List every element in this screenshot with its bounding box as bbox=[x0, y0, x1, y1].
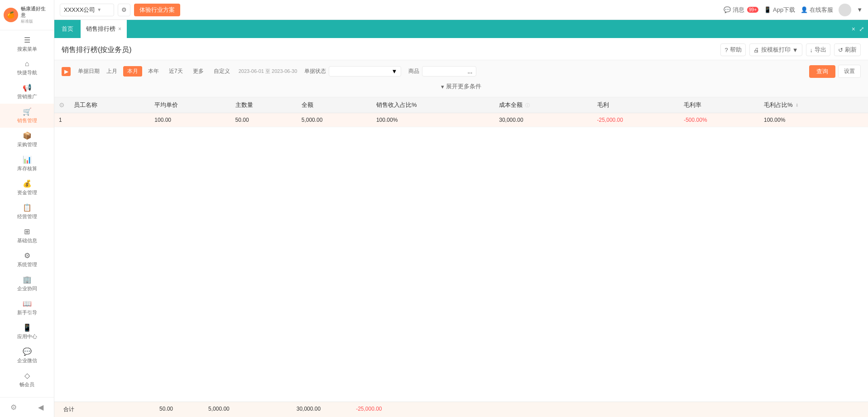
guide-icon: 📖 bbox=[23, 299, 32, 308]
date-cur-year[interactable]: 本年 bbox=[144, 66, 163, 77]
settings-button[interactable]: ⚙ bbox=[118, 4, 130, 16]
user-avatar[interactable] bbox=[839, 4, 851, 16]
message-button[interactable]: 💬 消息 99+ bbox=[724, 6, 758, 14]
goods-filter: 商品 ... bbox=[408, 66, 476, 77]
help-button[interactable]: ? 帮助 bbox=[720, 43, 745, 56]
th-avg-price-label: 平均单价 bbox=[154, 101, 178, 108]
sidebar-bottom: ⚙ ◀ bbox=[0, 397, 54, 417]
tabbar: 首页 销售排行榜 × × ⤢ bbox=[54, 20, 868, 38]
window-close-icon[interactable]: × bbox=[852, 25, 855, 33]
cell-name bbox=[69, 113, 150, 127]
refresh-icon: ↺ bbox=[838, 47, 843, 53]
topbar: XXXXX公司 ▼ ⚙ 体验行业方案 💬 消息 99+ 📱 App下载 👤 在线… bbox=[54, 0, 868, 20]
sidebar-item-operations[interactable]: 📋 经营管理 bbox=[0, 200, 54, 224]
cell-qty: 50.00 bbox=[231, 113, 297, 127]
date-custom[interactable]: 自定义 bbox=[210, 66, 234, 77]
sidebar-label-apps: 应用中心 bbox=[17, 333, 37, 340]
goods-label: 商品 bbox=[408, 67, 419, 75]
sidebar-collapse-button[interactable]: ◀ bbox=[34, 401, 47, 413]
trial-button[interactable]: 体验行业方案 bbox=[134, 4, 180, 16]
cell-rank: 1 bbox=[54, 113, 69, 127]
goods-input[interactable]: ... bbox=[422, 66, 476, 77]
column-settings-icon[interactable]: ⚙ bbox=[59, 101, 65, 109]
th-cost-label: 成本全额 bbox=[499, 101, 523, 108]
footer-label: 合计 bbox=[59, 406, 79, 413]
logo-line1: 畅康通好生意 bbox=[21, 5, 50, 19]
sidebar-item-marketing[interactable]: 📢 营销推广 bbox=[0, 80, 54, 104]
date-7days[interactable]: 近7天 bbox=[165, 66, 187, 77]
message-badge: 99+ bbox=[747, 7, 758, 13]
sidebar-settings-button[interactable]: ⚙ bbox=[7, 401, 20, 413]
query-button[interactable]: 查询 bbox=[809, 65, 835, 78]
expand-more-button[interactable]: ▾ 展开更多条件 bbox=[62, 81, 861, 92]
sidebar-item-search[interactable]: ☰ 搜索菜单 bbox=[0, 32, 54, 56]
online-service-button[interactable]: 👤 在线客服 bbox=[801, 6, 833, 14]
status-filter: 单据状态 ▼ bbox=[304, 66, 401, 77]
user-name[interactable]: ▼ bbox=[857, 6, 863, 13]
app-download-button[interactable]: 📱 App下载 bbox=[764, 6, 795, 14]
th-amount-label: 全额 bbox=[302, 101, 313, 108]
sidebar-item-finance[interactable]: 💰 资金管理 bbox=[0, 176, 54, 200]
export-button[interactable]: ↓ 导出 bbox=[806, 43, 831, 56]
cell-sales-pct: 100.00% bbox=[372, 113, 494, 127]
status-dropdown-icon: ▼ bbox=[391, 68, 397, 75]
sidebar-item-quick-nav[interactable]: ⌂ 快捷导航 bbox=[0, 56, 54, 80]
table-header-row: ⚙ 员工名称 平均单价 主数量 全额 bbox=[54, 97, 868, 113]
sidebar-item-enterprise[interactable]: 🏢 企业协同 bbox=[0, 272, 54, 296]
system-icon: ⚙ bbox=[24, 251, 30, 260]
cell-gross-pct: 100.00% bbox=[759, 113, 868, 127]
sidebar-item-purchase[interactable]: 📦 采购管理 bbox=[0, 128, 54, 152]
filter-expand-button[interactable]: ▶ bbox=[62, 67, 71, 76]
member-icon: ◇ bbox=[24, 371, 30, 380]
enterprise-icon: 🏢 bbox=[23, 275, 32, 284]
company-selector[interactable]: XXXXX公司 ▼ bbox=[60, 4, 114, 16]
th-gross: 毛利 bbox=[593, 97, 680, 113]
sidebar-item-sales[interactable]: 🛒 销售管理 bbox=[0, 104, 54, 128]
th-cost: 成本全额 ⓘ bbox=[494, 97, 592, 113]
sidebar-item-guide[interactable]: 📖 新手引导 bbox=[0, 296, 54, 320]
date-cur-month[interactable]: 本月 bbox=[123, 66, 142, 77]
sidebar-nav: ☰ 搜索菜单 ⌂ 快捷导航 📢 营销推广 🛒 销售管理 📦 采购管理 📊 库存核… bbox=[0, 30, 54, 397]
sidebar-item-basic[interactable]: ⊞ 基础信息 bbox=[0, 224, 54, 248]
sidebar-label-finance: 资金管理 bbox=[17, 189, 37, 196]
th-gross-label: 毛利 bbox=[597, 101, 609, 108]
sidebar-item-member[interactable]: ◇ 畅会员 bbox=[0, 368, 54, 392]
tabbar-right: × ⤢ bbox=[852, 25, 868, 33]
data-table: ⚙ 员工名称 平均单价 主数量 全额 bbox=[54, 97, 868, 127]
tab-sales-ranking[interactable]: 销售排行榜 × bbox=[81, 20, 127, 38]
footer-gross: -25,000.00 bbox=[351, 406, 386, 413]
expand-down-icon: ▾ bbox=[441, 83, 444, 90]
online-service-label: 在线客服 bbox=[810, 6, 833, 14]
sidebar-label-operations: 经营管理 bbox=[17, 213, 37, 220]
th-qty: 主数量 bbox=[231, 97, 297, 113]
date-prev-month[interactable]: 上月 bbox=[102, 66, 121, 77]
refresh-button[interactable]: ↺ 刷新 bbox=[834, 43, 861, 56]
topbar-right: 💬 消息 99+ 📱 App下载 👤 在线客服 ▼ bbox=[724, 4, 863, 16]
tab-sales-ranking-label: 销售排行榜 bbox=[86, 25, 115, 33]
download-icon: 📱 bbox=[764, 6, 771, 13]
print-label: 按模板打印 bbox=[761, 46, 791, 54]
wechat-icon: 💬 bbox=[23, 347, 32, 356]
th-amount: 全额 bbox=[297, 97, 372, 113]
main-area: XXXXX公司 ▼ ⚙ 体验行业方案 💬 消息 99+ 📱 App下载 👤 在线… bbox=[54, 0, 868, 417]
sidebar-item-system[interactable]: ⚙ 系统管理 bbox=[0, 248, 54, 272]
tab-close-icon[interactable]: × bbox=[118, 26, 121, 32]
tab-home[interactable]: 首页 bbox=[54, 20, 81, 38]
filter-settings-button[interactable]: 设置 bbox=[838, 65, 861, 78]
sidebar-item-wechat[interactable]: 💬 企业微信 bbox=[0, 344, 54, 368]
sidebar-label-basic: 基础信息 bbox=[17, 237, 37, 244]
status-select[interactable]: ▼ bbox=[329, 66, 401, 77]
cell-gross: -25,000.00 bbox=[593, 113, 680, 127]
table-wrapper: ⚙ 员工名称 平均单价 主数量 全额 bbox=[54, 97, 868, 402]
th-qty-label: 主数量 bbox=[235, 101, 253, 108]
basic-icon: ⊞ bbox=[24, 227, 30, 236]
sidebar-item-apps[interactable]: 📱 应用中心 bbox=[0, 320, 54, 344]
window-expand-icon[interactable]: ⤢ bbox=[859, 25, 864, 33]
sidebar-item-inventory[interactable]: 📊 库存核算 bbox=[0, 152, 54, 176]
footer-amount: 5,000.00 bbox=[204, 406, 234, 413]
print-button[interactable]: 🖨 按模板打印 ▼ bbox=[749, 43, 802, 56]
service-icon: 👤 bbox=[801, 6, 808, 13]
date-more[interactable]: 更多 bbox=[189, 66, 208, 77]
goods-more-icon: ... bbox=[468, 68, 473, 75]
th-name: 员工名称 bbox=[69, 97, 150, 113]
